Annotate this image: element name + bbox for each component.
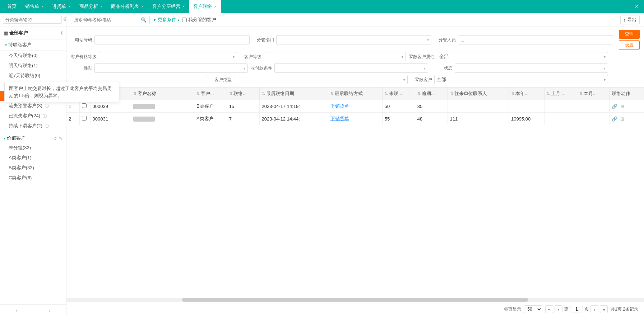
sidebar-item-ungrouped[interactable]: 未分组(32) <box>0 143 66 153</box>
page-number-input[interactable] <box>570 306 583 312</box>
cycle-icon[interactable]: ↺ <box>53 136 57 141</box>
td-this-month-2 <box>577 113 610 125</box>
nav-home[interactable]: 首页 <box>3 0 21 13</box>
th-last-contact-date[interactable]: ⇅ 最后联络日期 <box>259 88 328 100</box>
nav-customer-contact[interactable]: 客户联络 × <box>189 0 221 13</box>
customer-grade-input[interactable]: ▾ <box>264 52 406 61</box>
nav-purchase-order[interactable]: 进货单 × <box>48 0 75 13</box>
th-overdue[interactable]: ⇅ 逾期... <box>415 88 448 100</box>
sidebar-item-tomorrow[interactable]: 明天待联络(1) <box>0 61 66 71</box>
arrow-down-icon: ▾ <box>5 43 7 47</box>
row2-checkbox[interactable] <box>82 116 87 121</box>
customer-type-input[interactable]: ▾ <box>234 75 408 84</box>
my-customers-checkbox[interactable] <box>182 18 187 22</box>
filter-field-retail-attr: 零散客户属性 全部 ▾ <box>409 52 608 61</box>
sidebar-item-week[interactable]: 近7天待联络(0) <box>0 71 66 81</box>
th-category[interactable]: ⇅ 客户... <box>194 88 227 100</box>
th-name-sort-icon: ⇅ <box>133 91 136 96</box>
phone-input[interactable] <box>94 35 250 44</box>
query-button[interactable]: 查询 <box>619 30 640 39</box>
sidebar-item-decline[interactable]: 持续下滑客户(2) ⓘ <box>0 121 66 131</box>
horizontal-scrollbar[interactable] <box>66 298 644 302</box>
action-grid-icon-1[interactable]: ⊞ <box>620 104 624 109</box>
sidebar-item-today[interactable]: 今天待联络(0) <box>0 51 66 61</box>
td-overdue-2: 48 <box>415 113 448 125</box>
filter-more-conditions[interactable]: ▼ 更多条件 ▴ <box>153 16 179 23</box>
sidebar-next-btn[interactable]: › <box>47 306 52 315</box>
value-group-arrow: ▾ <box>4 136 5 140</box>
sidebar-item-class-a[interactable]: A类客户(1) <box>0 153 66 163</box>
nav-product-analysis-close[interactable]: × <box>100 4 102 9</box>
gender-input[interactable]: ▾ <box>94 63 248 73</box>
td-no-contact-2: 55 <box>382 113 415 125</box>
td-name-2 <box>131 113 194 125</box>
action-icons-2: 🔗 ⊞ <box>612 116 641 122</box>
per-page-select[interactable]: 50 20 100 <box>524 305 542 313</box>
customer-table: ⚙ ⇅ 客户编码 ⇅ 客户名称 <box>66 88 644 125</box>
nav-product-analysis[interactable]: 商品分析 × <box>75 0 107 13</box>
nav-product-analysis-list[interactable]: 商品分析列表 × <box>107 0 148 13</box>
th-last-contact-method[interactable]: ⇅ 最后联络方式 <box>328 88 382 100</box>
main-layout: 🔍 ▦ 全部客户 《 ▾ 待联络客户 今天待联络(0) 明天待联络(1) 近7天… <box>0 13 644 316</box>
td-last-contact-method-1[interactable]: 下销货单 <box>328 100 382 113</box>
pagination-first[interactable]: « <box>545 305 553 313</box>
dept-input[interactable]: ▾ <box>276 35 431 44</box>
retail-customer-input[interactable]: 全部 ▾ <box>434 75 608 84</box>
action-grid-icon-2[interactable]: ⊞ <box>620 116 624 122</box>
sidebar-item-lost-warning[interactable]: 流失预警客户(3) ⓘ <box>0 101 66 111</box>
pagination-next[interactable]: › <box>590 305 598 313</box>
sidebar-prev-btn[interactable]: ‹ <box>14 306 19 315</box>
nav-product-analysis-list-close[interactable]: × <box>141 4 143 9</box>
filter-field-retail-customer: 零散客户 全部 ▾ <box>411 75 608 84</box>
row1-checkbox[interactable] <box>82 103 87 108</box>
sidebar-item-class-c[interactable]: C类客户(6) <box>0 173 66 183</box>
pagination-last[interactable]: » <box>600 305 608 313</box>
person-input[interactable]: ... <box>458 35 613 44</box>
sidebar-item-lost[interactable]: 已流失客户(24) ⓘ <box>0 111 66 121</box>
nav-sales-order[interactable]: 销售单 × <box>21 0 48 13</box>
sidebar-all-customers[interactable]: ▦ 全部客户 《 <box>0 27 66 39</box>
sidebar-item-class-b[interactable]: B类客户(33) <box>0 163 66 173</box>
retail-customer-label: 零散客户 <box>411 77 432 83</box>
sidebar-search-icon[interactable]: 🔍 <box>63 17 66 23</box>
td-last-month-2 <box>544 113 577 125</box>
nav-customer-contact-close[interactable]: × <box>214 4 216 9</box>
nav-customer-stratification-close[interactable]: × <box>182 4 185 9</box>
retail-attr-input[interactable]: 全部 ▾ <box>437 52 608 61</box>
th-lcd-sort-icon: ⇅ <box>262 91 265 96</box>
edit-icon[interactable]: ✎ <box>59 136 62 141</box>
th-this-year[interactable]: ⇅ 本年... <box>509 88 544 100</box>
td-last-contact-method-2[interactable]: 下销货单 <box>328 113 382 125</box>
nav-sales-order-close[interactable]: × <box>41 4 43 9</box>
price-grade-input[interactable]: ▾ <box>99 52 237 61</box>
pagination-prev[interactable]: ‹ <box>555 305 562 313</box>
window-close-button[interactable]: × <box>632 3 641 10</box>
nav-customer-stratification[interactable]: 客户分层经营 × <box>148 0 189 13</box>
th-ty-sort-icon: ⇅ <box>511 91 514 96</box>
th-last-month[interactable]: ⇅ 上月... <box>544 88 577 100</box>
status-input[interactable]: ▾ <box>455 63 608 73</box>
settings-button[interactable]: 设置 <box>619 40 640 50</box>
payment-input[interactable]: ▾ <box>274 63 428 73</box>
th-cat-sort-icon: ⇅ <box>196 91 200 96</box>
table-row: 2 000031 A类客户 7 2023-04-12 14:44: 下销货单 5… <box>66 113 644 125</box>
nav-purchase-order-close[interactable]: × <box>68 4 70 9</box>
filter-search-icon[interactable]: 🔍 <box>141 17 147 23</box>
action-link-icon-1[interactable]: 🔗 <box>612 104 617 109</box>
sidebar-pending-group[interactable]: ▾ 待联络客户 <box>0 39 66 51</box>
filter-field-customer-type: 客户类型 ▾ <box>210 75 408 84</box>
export-button[interactable]: ↑ 导出 <box>620 15 640 24</box>
filter-search-input[interactable] <box>74 17 141 22</box>
scrollbar-thumb[interactable] <box>182 298 529 302</box>
action-link-icon-2[interactable]: 🔗 <box>612 116 617 122</box>
dept-chevron: ▾ <box>427 38 429 42</box>
th-no-contact[interactable]: ⇅ 未联... <box>382 88 415 100</box>
contact-method-link-2[interactable]: 下销货单 <box>330 116 349 121</box>
th-contact-count[interactable]: ⇅ 联络... <box>227 88 259 100</box>
sidebar-search-input[interactable] <box>3 16 62 24</box>
th-contact-person[interactable]: ⇅ 往来单位联系人 <box>448 88 509 100</box>
td-checkbox-2[interactable] <box>79 113 90 125</box>
contact-method-link-1[interactable]: 下销货单 <box>330 103 349 109</box>
th-name[interactable]: ⇅ 客户名称 <box>131 88 194 100</box>
th-this-month[interactable]: ⇅ 本月... <box>577 88 610 100</box>
